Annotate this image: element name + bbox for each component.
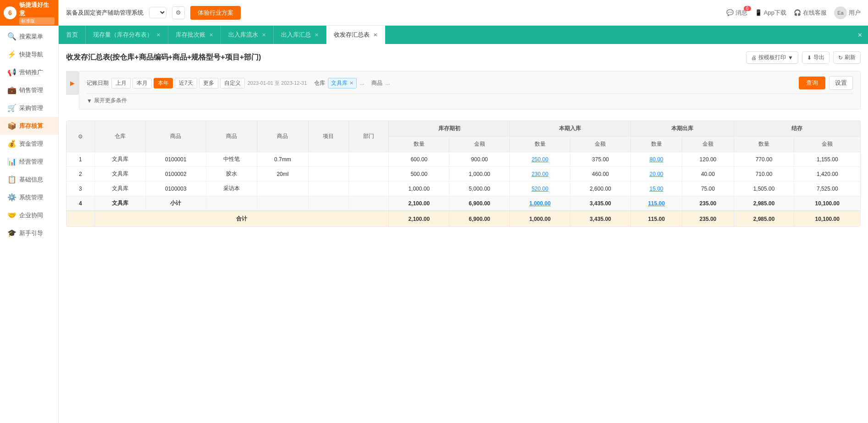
date-btn-last-month[interactable]: 上月	[111, 78, 131, 88]
th-dept: 部门	[348, 121, 389, 152]
tab-stock-dist[interactable]: 现存量（库存分布表） ✕	[86, 26, 168, 44]
subtotal-in-qty[interactable]: 1,000.00	[510, 196, 570, 211]
warehouse-filter: 仓库 文具库 ✕ ...	[314, 78, 364, 88]
tab-recv-send-close[interactable]: ✕	[373, 32, 377, 38]
export-button[interactable]: ⬇ 导出	[802, 51, 829, 64]
footer-open-amt: 6,900.00	[449, 211, 510, 226]
system-icon: ⚙️	[7, 193, 16, 202]
row2-dept	[348, 167, 389, 181]
subtotal-empty-spec	[257, 196, 308, 211]
row1-open-amt: 900.00	[449, 152, 510, 167]
message-badge: 6	[744, 6, 751, 11]
filter-toggle[interactable]: ▶	[66, 71, 79, 95]
tab-stock-dist-close[interactable]: ✕	[156, 32, 160, 38]
print-button[interactable]: 🖨 按模板打印 ▼	[746, 51, 798, 64]
row3-in-qty[interactable]: 520.00	[510, 181, 570, 196]
app-download-action[interactable]: 📱 App下载	[755, 9, 786, 17]
subtotal-open-amt: 6,900.00	[449, 196, 510, 211]
th-opening-group: 库存期初	[389, 121, 510, 137]
search-icon: 🔍	[7, 32, 16, 41]
sidebar-item-operations[interactable]: 📊 经营管理	[0, 153, 58, 170]
data-table: ⚙ 仓库 商品 商品 商品 项目 部门 库存期初 本期入库 本期出库 结存 数量	[66, 121, 860, 226]
sidebar-item-quicknav-label: 快捷导航	[19, 50, 43, 59]
settings-filter-button[interactable]: 设置	[829, 76, 853, 90]
tab-home-label: 首页	[66, 31, 78, 39]
system-dropdown[interactable]	[149, 7, 166, 18]
sidebar-item-system[interactable]: ⚙️ 系统管理	[0, 188, 58, 206]
tab-home[interactable]: 首页	[59, 26, 86, 44]
row1-close-qty: 770.00	[734, 152, 794, 167]
sidebar-item-newbie[interactable]: 🎓 新手引导	[0, 224, 58, 242]
expand-label: 展开更多条件	[94, 97, 127, 104]
newbie-icon: 🎓	[7, 229, 16, 237]
sidebar-item-sales[interactable]: 💼 销售管理	[0, 81, 58, 99]
warehouse-tag-text: 文具库	[331, 79, 348, 87]
footer-in-qty: 1,000.00	[510, 211, 570, 226]
tab-inout-flow[interactable]: 出入库流水 ✕	[221, 26, 274, 44]
message-action[interactable]: 💬 消息 6	[726, 9, 747, 17]
warehouse-tag-close[interactable]: ✕	[349, 80, 354, 86]
subtotal-out-amt: 235.00	[682, 196, 734, 211]
close-tab-area[interactable]: ✕	[852, 26, 868, 44]
tab-inout-summary-close[interactable]: ✕	[315, 32, 319, 38]
row2-code: 0100002	[145, 167, 206, 181]
subtotal-empty-name	[206, 196, 257, 211]
row3-out-qty[interactable]: 15.00	[630, 181, 682, 196]
phone-icon: 📱	[755, 9, 762, 16]
row2-open-qty: 500.00	[389, 167, 449, 181]
row3-code: 0100003	[145, 181, 206, 196]
tab-batch-close[interactable]: ✕	[209, 32, 213, 38]
table-row: 2 文具库 0100002 胶水 20ml 500.00 1,000.00 23…	[66, 167, 860, 181]
avatar: Ea	[834, 6, 847, 19]
row3-in-amt: 2,600.00	[570, 181, 630, 196]
th-open-qty: 数量	[389, 137, 449, 152]
row1-project	[309, 152, 349, 167]
row2-out-qty[interactable]: 20.00	[630, 167, 682, 181]
sidebar-item-basic[interactable]: 📋 基础信息	[0, 170, 58, 188]
subtotal-empty-dept	[348, 196, 389, 211]
footer-close-qty: 2,985.00	[734, 211, 794, 226]
expand-filter-button[interactable]: ▼ 展开更多条件	[87, 93, 853, 104]
user-action[interactable]: Ea 用户	[834, 6, 861, 19]
tab-batch[interactable]: 库存批次账 ✕	[168, 26, 221, 44]
sidebar-item-finance[interactable]: 💰 资金管理	[0, 135, 58, 153]
row1-out-qty[interactable]: 80.00	[630, 152, 682, 167]
row1-in-qty[interactable]: 250.00	[510, 152, 570, 167]
sidebar-item-marketing[interactable]: 📢 营销推广	[0, 63, 58, 81]
date-btn-7days[interactable]: 近7天	[175, 78, 197, 88]
refresh-label: 刷新	[845, 54, 856, 61]
date-btn-custom[interactable]: 自定义	[220, 78, 245, 88]
trial-button[interactable]: 体验行业方案	[190, 6, 241, 20]
data-table-wrapper: ⚙ 仓库 商品 商品 商品 项目 部门 库存期初 本期入库 本期出库 结存 数量	[66, 121, 861, 227]
date-btn-this-month[interactable]: 本月	[133, 78, 152, 88]
sidebar-item-inventory[interactable]: 📦 库存核算	[0, 117, 58, 135]
warehouse-tag[interactable]: 文具库 ✕	[328, 78, 357, 88]
sidebar-item-purchase[interactable]: 🛒 采购管理	[0, 99, 58, 117]
online-service-action[interactable]: 🎧 在线客服	[794, 9, 827, 17]
tab-inout-flow-close[interactable]: ✕	[262, 32, 266, 38]
sidebar-item-purchase-label: 采购管理	[19, 104, 43, 112]
subtotal-close-qty: 2,985.00	[734, 196, 794, 211]
date-btn-this-year[interactable]: 本年	[154, 78, 173, 88]
tab-recv-send[interactable]: 收发存汇总表 ✕	[326, 26, 385, 44]
date-btn-more[interactable]: 更多	[199, 78, 218, 88]
row2-in-qty[interactable]: 230.00	[510, 167, 570, 181]
user-label: 用户	[849, 9, 861, 17]
table-settings-icon[interactable]: ⚙	[66, 121, 94, 152]
subtotal-out-qty[interactable]: 115.00	[630, 196, 682, 211]
system-title: 装备及固定资产辅助管理系统	[66, 9, 144, 17]
goods-more[interactable]: ...	[385, 80, 390, 86]
date-range-display: 2023-01-01 至 2023-12-31	[248, 80, 307, 87]
warehouse-more[interactable]: ...	[359, 80, 364, 86]
query-button[interactable]: 查询	[799, 77, 825, 89]
sidebar-item-enterprise[interactable]: 🤝 企业协同	[0, 206, 58, 224]
sidebar-item-newbie-label: 新手引导	[19, 229, 43, 237]
main-area: 装备及固定资产辅助管理系统 ⚙ 体验行业方案 💬 消息 6 📱 App下载 🎧 …	[59, 0, 868, 423]
sidebar-item-quicknav[interactable]: ⚡ 快捷导航	[0, 45, 58, 63]
settings-button[interactable]: ⚙	[172, 6, 185, 19]
sidebar-item-search[interactable]: 🔍 搜索菜单	[0, 27, 58, 45]
refresh-button[interactable]: ↻ 刷新	[833, 51, 861, 64]
footer-empty	[66, 211, 94, 226]
sidebar-item-marketing-label: 营销推广	[19, 68, 43, 77]
tab-inout-summary[interactable]: 出入库汇总 ✕	[274, 26, 326, 44]
